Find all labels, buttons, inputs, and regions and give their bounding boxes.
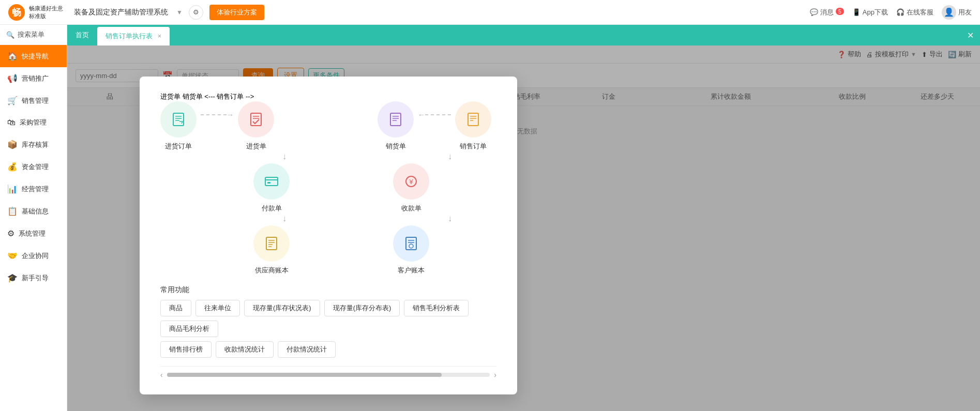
flow-item-sales-receipt[interactable]: 销货单 [378, 101, 414, 151]
common-btn-sales-profit[interactable]: 销售毛利分析表 [404, 300, 469, 316]
flow-item-purchase-receipt[interactable]: 进货单 [238, 101, 274, 151]
trial-button[interactable]: 体验行业方案 [209, 5, 264, 20]
arrow-down-payment: ↓ [253, 214, 315, 223]
message-button[interactable]: 💬 消息 5 [810, 8, 844, 17]
sidebar-item-collaboration-label: 企业协同 [22, 251, 49, 261]
payment-icon [253, 163, 290, 200]
tab-close-icon[interactable]: × [158, 33, 161, 40]
tab-salesorder[interactable]: 销售订单执行表 × [97, 27, 170, 45]
common-btn-partners[interactable]: 往来单位 [195, 300, 240, 316]
scrollbar-thumb [167, 373, 442, 377]
common-btn-receipt-stats[interactable]: 收款情况统计 [216, 341, 274, 358]
user-area[interactable]: 👤 用友 [942, 5, 972, 20]
svg-point-28 [409, 244, 413, 248]
sidebar-item-marketing[interactable]: 📢 营销推广 [0, 67, 67, 89]
flow-item-supplier-ledger[interactable]: 供应商账本 [253, 225, 290, 275]
purchase-order-icon [160, 101, 197, 138]
flow-item-customer-ledger[interactable]: 客户账本 [393, 225, 429, 275]
basicinfo-icon: 📋 [7, 206, 18, 216]
svg-rect-17 [267, 182, 270, 184]
newbie-icon: 🎓 [7, 273, 18, 283]
scroll-right-icon[interactable]: › [494, 371, 496, 379]
sales-receipt-label: 销货单 [386, 142, 406, 151]
top-right-actions: 💬 消息 5 📱 App下载 🎧 在线客服 👤 用友 [810, 5, 972, 20]
sales-receipt-icon [378, 101, 414, 138]
sysadmin-icon: ⚙ [7, 229, 14, 238]
receipt-icon: ¥ [393, 163, 429, 200]
sidebar-item-sysadmin[interactable]: ⚙ 系统管理 [0, 222, 67, 245]
arrow-down-purchase: ↓ [253, 152, 315, 161]
common-functions-section: 常用功能 商品 往来单位 现存量(库存状况表) 现存量(库存分布表) 销售毛利分… [160, 285, 496, 358]
gear-button[interactable]: ⚙ [189, 5, 203, 20]
customer-ledger-label: 客户账本 [398, 266, 425, 275]
sidebar-item-quicknav-label: 快捷导航 [22, 52, 49, 61]
purchase-icon: 🛍 [7, 118, 16, 127]
sidebar-item-newbie[interactable]: 🎓 新手引导 [0, 267, 67, 289]
customer-ledger-icon [393, 225, 429, 262]
logo-text: 畅康通好生意 标准版 [29, 5, 63, 20]
sidebar-item-marketing-label: 营销推广 [22, 74, 49, 83]
payment-label: 付款单 [262, 204, 282, 213]
sidebar-item-basicinfo[interactable]: 📋 基础信息 [0, 200, 67, 222]
sidebar-item-finance[interactable]: 💰 资金管理 [0, 156, 67, 178]
search-menu-item[interactable]: 🔍 搜索菜单 [0, 25, 67, 45]
sales-order-icon [455, 101, 491, 138]
flow-item-receipt[interactable]: ¥ 收款单 [393, 163, 429, 213]
system-title: 装备及固定资产辅助管理系统 [74, 8, 168, 17]
scrollbar-track[interactable] [167, 373, 490, 377]
arrow-right-icon: → [227, 111, 234, 119]
flow-item-payment[interactable]: 付款单 [253, 163, 290, 213]
home-icon: 🏠 [7, 51, 18, 61]
sidebar-item-sysadmin-label: 系统管理 [19, 229, 46, 238]
tab-home[interactable]: 首页 [67, 25, 97, 45]
tab-home-label: 首页 [76, 31, 89, 40]
flow-middle-row: 付款单 ¥ 收款单 [160, 163, 429, 213]
user-name: 用友 [958, 8, 972, 17]
sidebar-item-collaboration[interactable]: 🤝 企业协同 [0, 245, 67, 267]
supplier-ledger-label: 供应商账本 [255, 266, 289, 275]
flow-item-sales-order[interactable]: 销售订单 [455, 101, 491, 151]
system-dropdown-icon[interactable]: ▼ [176, 9, 183, 16]
svg-rect-0 [173, 113, 184, 126]
sidebar-item-newbie-label: 新手引导 [22, 273, 49, 283]
sidebar-item-sales-label: 销售管理 [22, 96, 49, 105]
online-service-button[interactable]: 🎧 在线客服 [896, 8, 933, 17]
user-avatar: 👤 [942, 5, 956, 20]
app-download-button[interactable]: 📱 App下载 [852, 8, 888, 17]
arrow-down-receipt: ↓ [419, 214, 481, 223]
flow-item-purchase-order[interactable]: 进货订单 [160, 101, 197, 151]
marketing-icon: 📢 [7, 73, 18, 83]
page-content: ❓ 帮助 🖨 按模板打印 ▼ ⬆ 导出 🔄 [67, 45, 980, 411]
purchase-receipt-label: 进货单 [246, 142, 266, 151]
sidebar-item-finance-label: 资金管理 [22, 162, 49, 172]
supplier-ledger-icon [253, 225, 290, 262]
sales-icon: 🛒 [7, 96, 18, 105]
flow-lower-arrows: ↓ ↓ [160, 214, 481, 223]
sidebar-item-sales[interactable]: 🛒 销售管理 [0, 89, 67, 112]
sidebar-item-operations[interactable]: 📊 经营管理 [0, 178, 67, 200]
sidebar-item-quicknav[interactable]: 🏠 快捷导航 [0, 45, 67, 67]
common-btn-payment-stats[interactable]: 付款情况统计 [278, 341, 336, 358]
modal-overlay: 进货单 销货单 <--- 销售订单 --> 进货订单 [67, 45, 980, 411]
sidebar-item-inventory[interactable]: 📦 库存核算 [0, 133, 67, 156]
flow-bottom-row: 供应商账本 客户账本 [160, 225, 429, 275]
message-badge: 5 [836, 8, 844, 15]
app-download-icon: 📱 [852, 8, 861, 16]
tab-bar-close-icon[interactable]: ✕ [967, 31, 974, 40]
svg-rect-11 [468, 113, 478, 126]
scroll-left-icon[interactable]: ‹ [160, 371, 163, 379]
common-btn-goods-profit[interactable]: 商品毛利分析 [160, 321, 218, 337]
flow-top-row: 进货订单 → [160, 101, 491, 151]
common-btn-goods[interactable]: 商品 [160, 300, 191, 316]
arrow-down-sales: ↓ [419, 152, 481, 161]
sidebar-item-operations-label: 经营管理 [22, 185, 49, 194]
scroll-area: ‹ › [160, 366, 496, 379]
sidebar-item-purchase[interactable]: 🛍 采购管理 [0, 112, 67, 133]
message-icon: 💬 [810, 8, 818, 16]
sales-order-label: 销售订单 [460, 142, 487, 151]
online-service-label: 在线客服 [907, 8, 933, 17]
common-btn-inventory-status[interactable]: 现存量(库存状况表) [244, 300, 320, 316]
common-btn-inventory-dist[interactable]: 现存量(库存分布表) [324, 300, 400, 316]
common-btn-sales-rank[interactable]: 销售排行榜 [160, 341, 212, 358]
arrow-left-icon: ← [418, 111, 425, 119]
